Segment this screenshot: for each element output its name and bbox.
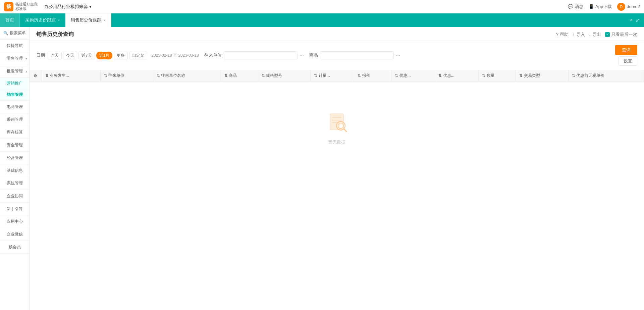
logo-icon: 畅 xyxy=(4,2,13,11)
only-last-checkbox-row[interactable]: ✓ 只看最后一次 xyxy=(605,32,637,38)
sidebar-item-enterprise[interactable]: 企业协同 xyxy=(0,190,29,203)
page-actions: ? 帮助 ↑ 导入 ↓ 导出 ✓ 只看最后一次 xyxy=(556,32,637,38)
product-input[interactable] xyxy=(320,51,394,59)
export-icon: ↓ xyxy=(589,32,591,37)
col-quantity: ⇅ 数量 xyxy=(479,70,516,82)
tab-purchase[interactable]: 采购历史价跟踪 × xyxy=(20,13,65,27)
partner-filter-group: 往来单位 ··· xyxy=(204,51,304,59)
main-layout: 🔍 搜索菜单 快捷导航 零售管理 ▾ 批发管理 ▴ 营销推广 销售管理 电商管理… xyxy=(0,27,644,310)
sidebar-item-retail[interactable]: 零售管理 ▾ xyxy=(0,52,29,65)
sidebar-item-ecommerce[interactable]: 电商管理 xyxy=(0,101,29,113)
only-last-checkbox[interactable]: ✓ xyxy=(605,32,610,37)
query-button[interactable]: 查询 xyxy=(615,45,637,55)
close-all-tabs-icon[interactable]: × xyxy=(630,17,633,23)
date-range-display: 2023-02-18 至 2023-03-18 xyxy=(151,53,199,58)
sidebar-item-appstore[interactable]: 应用中心 xyxy=(0,215,29,228)
sidebar-item-marketing[interactable]: 营销推广 xyxy=(0,78,29,89)
sidebar-item-operations[interactable]: 经营管理 xyxy=(0,152,29,164)
date-btn-more[interactable]: 更多 xyxy=(114,52,128,59)
page-title-row: 销售历史价查询 ? 帮助 ↑ 导入 ↓ 导出 ✓ xyxy=(36,31,637,41)
tab-sales[interactable]: 销售历史价跟踪 × xyxy=(65,13,111,27)
sort-icon[interactable]: ⇅ xyxy=(104,73,107,78)
empty-state: 暂无数据 xyxy=(30,82,644,172)
settings-icon[interactable]: ⚙ xyxy=(34,73,37,78)
page-header: 销售历史价查询 ? 帮助 ↑ 导入 ↓ 导出 ✓ xyxy=(30,27,644,41)
col-trade-type: ⇅ 交易类型 xyxy=(516,70,569,82)
sidebar-item-wholesale[interactable]: 批发管理 ▴ xyxy=(0,65,29,78)
sidebar-item-search[interactable]: 🔍 搜索菜单 xyxy=(0,27,29,40)
sort-icon[interactable]: ⇅ xyxy=(45,73,49,78)
message-icon: 💬 xyxy=(568,4,573,9)
date-btn-1month[interactable]: 近1月 xyxy=(96,52,113,59)
settings-button[interactable]: 设置 xyxy=(619,56,637,66)
col-unit: ⇅ 计量... xyxy=(311,70,354,82)
system-selector[interactable]: 办公用品行业模拟账套 ▾ xyxy=(44,4,92,10)
date-filter-group: 日期 昨天 今天 近7天 近1月 更多 自定义 2023-02-18 至 202… xyxy=(36,52,199,59)
product-label: 商品 xyxy=(309,52,318,58)
help-button[interactable]: ? 帮助 xyxy=(556,32,569,38)
col-spec: ⇅ 规格型号 xyxy=(258,70,311,82)
date-buttons: 昨天 今天 近7天 近1月 更多 自定义 xyxy=(48,52,147,59)
date-btn-custom[interactable]: 自定义 xyxy=(129,52,147,59)
sort-icon[interactable]: ⇅ xyxy=(224,73,228,78)
top-bar: 畅 畅捷通好生意 标准版 办公用品行业模拟账套 ▾ 💬 消息 📱 App下载 D… xyxy=(0,0,644,13)
tab-close-purchase[interactable]: × xyxy=(58,18,60,22)
empty-text: 暂无数据 xyxy=(328,139,345,145)
date-btn-today[interactable]: 今天 xyxy=(63,52,77,59)
help-icon: ? xyxy=(556,32,558,37)
sort-icon[interactable]: ⇅ xyxy=(572,73,575,78)
sidebar-item-guide[interactable]: 新手引导 xyxy=(0,203,29,215)
tab-home[interactable]: 首页 xyxy=(0,13,20,27)
search-icon: 🔍 xyxy=(3,31,8,36)
app-download-button[interactable]: 📱 App下载 xyxy=(589,4,612,10)
sidebar-item-quick-nav[interactable]: 快捷导航 xyxy=(0,40,29,52)
sort-icon[interactable]: ⇅ xyxy=(519,73,523,78)
date-label: 日期 xyxy=(36,52,45,58)
date-btn-yesterday[interactable]: 昨天 xyxy=(48,52,62,59)
sort-icon[interactable]: ⇅ xyxy=(262,73,265,78)
svg-line-6 xyxy=(344,129,346,132)
col-product: ⇅ 商品 xyxy=(221,70,258,82)
col-quoted-price: ⇅ 报价 xyxy=(354,70,391,82)
sidebar-item-basics[interactable]: 基础信息 xyxy=(0,164,29,177)
chevron-up-icon: ▴ xyxy=(25,69,27,73)
sidebar-item-inventory[interactable]: 库存核算 xyxy=(0,126,29,139)
user-avatar[interactable]: D demo2 xyxy=(617,3,640,11)
col-discount2: ⇅ 优惠... xyxy=(435,70,479,82)
sort-icon[interactable]: ⇅ xyxy=(314,73,317,78)
sidebar-item-sales-mgmt[interactable]: 销售管理 xyxy=(0,89,29,101)
col-biz-date: ⇅ 业务发生... xyxy=(42,70,101,82)
sidebar-item-finance[interactable]: 资金管理 xyxy=(0,139,29,152)
expand-icon[interactable]: ⤢ xyxy=(636,17,640,23)
product-filter-group: 商品 ··· xyxy=(309,51,400,59)
col-partner-code: ⇅ 往来单位 xyxy=(101,70,153,82)
partner-label: 往来单位 xyxy=(204,52,222,58)
export-button[interactable]: ↓ 导出 xyxy=(589,32,601,38)
sidebar-item-system[interactable]: 系统管理 xyxy=(0,177,29,190)
tab-bar: 首页 采购历史价跟踪 × 销售历史价跟踪 × × ⤢ xyxy=(0,13,644,27)
tab-close-sales[interactable]: × xyxy=(103,18,105,22)
date-btn-7days[interactable]: 近7天 xyxy=(78,52,95,59)
col-settings[interactable]: ⚙ xyxy=(30,70,42,82)
sort-icon[interactable]: ⇅ xyxy=(438,73,442,78)
content-area: 销售历史价查询 ? 帮助 ↑ 导入 ↓ 导出 ✓ xyxy=(30,27,644,310)
sidebar: 🔍 搜索菜单 快捷导航 零售管理 ▾ 批发管理 ▴ 营销推广 销售管理 电商管理… xyxy=(0,27,30,310)
sidebar-item-wechat[interactable]: 企业微信 xyxy=(0,228,29,241)
partner-dots-icon[interactable]: ··· xyxy=(300,52,304,58)
sidebar-item-member[interactable]: 畅会员 xyxy=(0,241,29,254)
product-dots-icon[interactable]: ··· xyxy=(396,52,400,58)
sort-icon[interactable]: ⇅ xyxy=(482,73,485,78)
filter-bar: 日期 昨天 今天 近7天 近1月 更多 自定义 2023-02-18 至 202… xyxy=(30,41,644,70)
import-button[interactable]: ↑ 导入 xyxy=(573,32,585,38)
chevron-down-icon: ▾ xyxy=(25,57,27,60)
svg-point-7 xyxy=(339,124,340,125)
sidebar-item-purchase[interactable]: 采购管理 xyxy=(0,113,29,126)
message-button[interactable]: 💬 消息 xyxy=(568,4,583,10)
chevron-down-icon: ▾ xyxy=(89,4,92,9)
partner-input[interactable] xyxy=(224,51,298,59)
sort-icon[interactable]: ⇅ xyxy=(395,73,398,78)
sort-icon[interactable]: ⇅ xyxy=(358,73,361,78)
filter-btn-group: 查询 设置 xyxy=(615,45,637,66)
sort-icon[interactable]: ⇅ xyxy=(157,73,160,78)
logo-text: 畅捷通好生意 标准版 xyxy=(15,2,38,11)
